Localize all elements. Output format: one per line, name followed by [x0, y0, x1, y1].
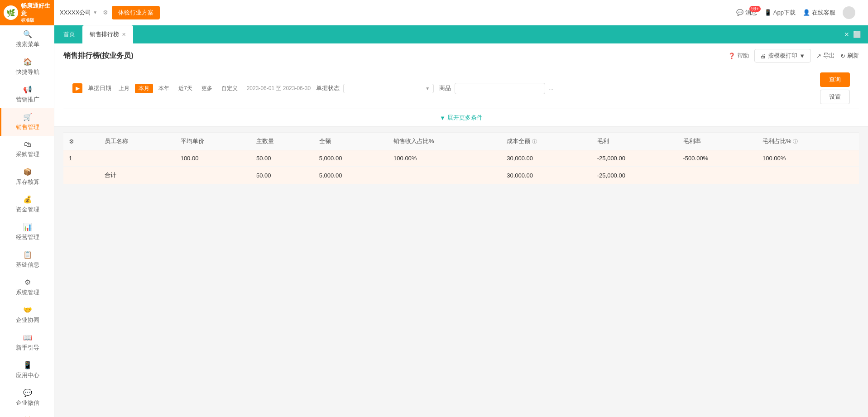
sidebar-item-marketing[interactable]: 📢 营销推广 [0, 81, 54, 108]
logo-icon: 🌿 [4, 5, 18, 20]
help-icon: ❓ [728, 53, 735, 59]
sidebar-item-collab[interactable]: 🤝 企业协同 [0, 301, 54, 329]
company-selector[interactable]: XXXXX公司 ▼ [60, 9, 97, 17]
system-icon: ⚙ [24, 278, 31, 287]
refresh-icon: ↻ [840, 53, 845, 59]
gross-pct-info-icon[interactable]: ⓘ [793, 139, 798, 144]
date-tab-current-year[interactable]: 本年 [155, 84, 173, 93]
finance-icon: 💰 [23, 195, 32, 204]
status-select[interactable]: ▼ [343, 84, 434, 93]
row-qty: 50.00 [251, 150, 314, 167]
th-qty: 主数量 [251, 133, 314, 150]
date-filter-label: 单据日期 [88, 84, 111, 92]
avatar[interactable] [843, 6, 855, 19]
date-tab-current-month[interactable]: 本月 [135, 84, 153, 93]
online-service-button[interactable]: 👤 在线客服 [803, 9, 835, 17]
date-tab-custom[interactable]: 自定义 [218, 84, 241, 93]
app-center-icon: 📱 [23, 361, 32, 369]
footer-amount: 5,000.00 [314, 167, 388, 184]
export-label: 导出 [823, 52, 835, 60]
th-gross: 毛利 [592, 133, 678, 150]
settings-gear-icon[interactable]: ⚙ [103, 9, 108, 16]
status-filter-label: 单据状态 [316, 84, 340, 92]
sales-label: 销售管理 [16, 123, 39, 131]
goods-filter-label: 商品 [439, 84, 451, 92]
gear-settings-icon: ⚙ [69, 138, 74, 145]
query-col: 查询 设置 [820, 72, 850, 104]
sidebar-item-sales[interactable]: 🛒 销售管理 [0, 108, 54, 136]
app-icon: 📱 [764, 9, 772, 16]
sidebar-item-search[interactable]: 🔍 搜索菜单 [0, 25, 54, 53]
window-controls: ✕ ⬜ [839, 31, 866, 38]
settings-button[interactable]: 设置 [820, 90, 850, 104]
filter-toggle-icon[interactable]: ▶ [72, 83, 82, 93]
expand-label: 展开更多条件 [447, 114, 483, 122]
row-rank: 1 [63, 150, 99, 167]
system-label: 系统管理 [16, 288, 39, 297]
th-gross-pct: 毛利占比% ⓘ [757, 133, 859, 150]
purchase-label: 采购管理 [16, 150, 39, 158]
basic-info-icon: 📋 [23, 250, 32, 259]
sidebar-item-wechat[interactable]: 💬 企业微信 [0, 384, 54, 412]
sidebar-item-inventory[interactable]: 📦 库存核算 [0, 163, 54, 191]
date-tab-last-month[interactable]: 上月 [115, 84, 133, 93]
help-button[interactable]: ❓ 帮助 [728, 52, 749, 60]
sidebar-item-operations[interactable]: 📊 经营管理 [0, 218, 54, 246]
tab-home[interactable]: 首页 [56, 25, 82, 43]
topbar-right: 💬 消息 99+ 📱 App下载 👤 在线客服 [736, 6, 863, 19]
cost-info-icon[interactable]: ⓘ [532, 139, 537, 144]
restore-window-icon[interactable]: ⬜ [853, 31, 861, 38]
footer-avg-price [175, 167, 251, 184]
app-center-label: 应用中心 [16, 371, 39, 379]
sidebar-item-guide[interactable]: 📖 新手引导 [0, 329, 54, 356]
tab-sales-ranking-label: 销售排行榜 [90, 30, 119, 38]
messages-button[interactable]: 💬 消息 99+ [736, 9, 757, 17]
expand-icon: ▼ [440, 115, 446, 121]
print-button[interactable]: 🖨 按模板打印 ▼ [754, 49, 811, 62]
online-service-label: 在线客服 [812, 9, 835, 17]
company-name: XXXXX公司 [60, 9, 91, 17]
goods-filter-input[interactable] [455, 83, 545, 94]
goods-more-icon[interactable]: ... [549, 85, 553, 91]
basic-info-label: 基础信息 [16, 261, 39, 269]
inventory-icon: 📦 [23, 168, 32, 176]
tab-close-icon[interactable]: ✕ [122, 32, 126, 38]
sidebar-item-app-center[interactable]: 📱 应用中心 [0, 356, 54, 384]
sidebar-item-purchase[interactable]: 🛍 采购管理 [0, 136, 54, 163]
row-gross: -25,000.00 [592, 150, 678, 167]
tab-sales-ranking[interactable]: 销售排行榜 ✕ [82, 25, 133, 43]
sidebar-item-finance[interactable]: 💰 资金管理 [0, 191, 54, 218]
row-gross-pct: 100.00% [757, 150, 859, 167]
wechat-label: 企业微信 [16, 399, 39, 407]
sidebar-item-quick-nav[interactable]: 🏠 快捷导航 [0, 53, 54, 81]
th-gear[interactable]: ⚙ [63, 133, 99, 150]
topbar: XXXXX公司 ▼ ⚙ 体验行业方案 💬 消息 99+ 📱 App下载 👤 在线… [54, 0, 868, 25]
refresh-button[interactable]: ↻ 刷新 [840, 52, 859, 60]
close-window-icon[interactable]: ✕ [844, 31, 849, 38]
service-icon: 👤 [803, 9, 810, 16]
app-download-button[interactable]: 📱 App下载 [764, 9, 796, 17]
query-button[interactable]: 查询 [820, 72, 850, 87]
sidebar-item-basic-info[interactable]: 📋 基础信息 [0, 246, 54, 273]
footer-label: 合计 [99, 167, 175, 184]
sidebar-item-member[interactable]: 👑 畅会员 [0, 412, 54, 417]
quick-nav-icon: 🏠 [23, 58, 32, 66]
guide-icon: 📖 [23, 333, 32, 342]
filter-bar: ▶ 单据日期 上月 本月 本年 近7天 更多 自定义 2023-06-01 至 … [63, 68, 859, 109]
row-sales-pct: 100.00% [388, 150, 501, 167]
date-tab-7days[interactable]: 近7天 [175, 84, 196, 93]
operations-icon: 📊 [23, 223, 32, 231]
trial-button[interactable]: 体验行业方案 [112, 6, 160, 19]
export-button[interactable]: ↗ 导出 [816, 52, 835, 60]
inventory-label: 库存核算 [16, 178, 39, 186]
purchase-icon: 🛍 [24, 140, 31, 149]
sidebar-item-system[interactable]: ⚙ 系统管理 [0, 273, 54, 301]
search-icon: 🔍 [23, 30, 32, 38]
row-cost: 30,000.00 [501, 150, 592, 167]
expand-button[interactable]: ▼ 展开更多条件 [440, 111, 483, 125]
print-dropdown-icon: ▼ [799, 53, 805, 59]
th-name: 员工名称 [99, 133, 175, 150]
company-dropdown-icon: ▼ [93, 10, 97, 15]
date-tab-more[interactable]: 更多 [198, 84, 216, 93]
footer-qty: 50.00 [251, 167, 314, 184]
